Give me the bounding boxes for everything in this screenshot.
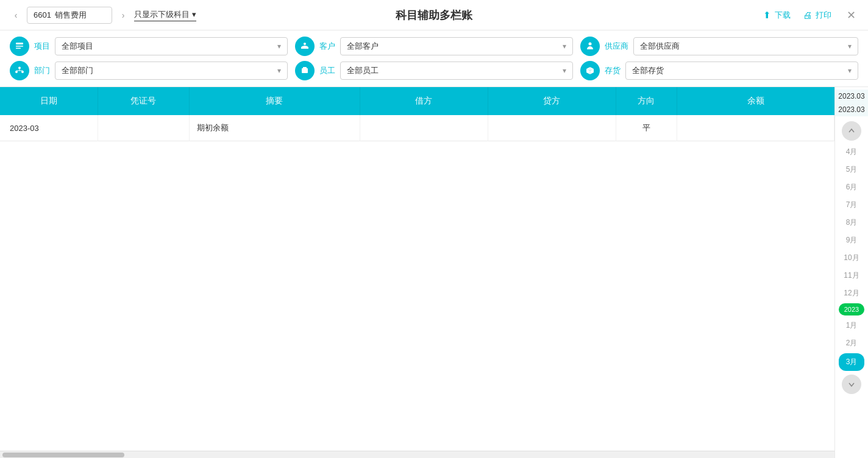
sidebar-year-month-3[interactable]: 3月 xyxy=(839,353,864,371)
project-select[interactable]: 全部项目 ▾ xyxy=(55,37,288,55)
print-icon: 🖨 xyxy=(803,10,812,20)
sidebar-month-7[interactable]: 7月 xyxy=(835,196,868,214)
supplier-select[interactable]: 全部供应商 ▾ xyxy=(633,37,858,55)
main-window: ‹ 6601 销售费用 › 只显示下级科目 ▾ 科目辅助多栏账 ⬆ 下载 🖨 打… xyxy=(0,0,868,458)
svg-rect-0 xyxy=(16,43,23,44)
inventory-filter-item: 存货 全部存货 ▾ xyxy=(580,61,858,80)
col-header-debit: 借方 xyxy=(360,87,488,115)
inventory-arrow: ▾ xyxy=(848,66,852,75)
supplier-icon xyxy=(580,37,600,56)
cell-voucher xyxy=(98,115,189,141)
department-icon xyxy=(10,61,29,80)
table-row: 2023-03 期初余额 平 xyxy=(0,115,834,141)
filter-bar: 项目 全部项目 ▾ 客户 全部客户 ▾ xyxy=(0,30,868,87)
print-label: 打印 xyxy=(816,10,831,21)
show-sub-button[interactable]: 只显示下级科目 ▾ xyxy=(134,9,196,21)
download-label: 下载 xyxy=(775,10,791,21)
col-header-credit: 贷方 xyxy=(488,87,616,115)
svg-point-3 xyxy=(589,43,592,46)
title-left: ‹ 6601 销售费用 › 只显示下级科目 ▾ xyxy=(10,7,196,24)
employee-select[interactable]: 全部员工 ▾ xyxy=(340,62,573,80)
cell-debit xyxy=(360,115,488,141)
table-area: 日期 凭证号 摘要 借方 贷方 方向 余额 2023-03 期初余额 xyxy=(0,87,834,458)
sidebar-month-10[interactable]: 10月 xyxy=(835,249,868,267)
customer-value: 全部客户 xyxy=(347,41,379,52)
customer-select[interactable]: 全部客户 ▾ xyxy=(340,37,573,55)
employee-icon xyxy=(295,61,315,80)
department-filter-item: 部门 全部部门 ▾ xyxy=(10,61,288,80)
project-label: 项目 xyxy=(34,41,50,52)
year-badge: 2023 xyxy=(839,303,864,315)
project-value: 全部项目 xyxy=(62,41,93,52)
data-table: 日期 凭证号 摘要 借方 贷方 方向 余额 2023-03 期初余额 xyxy=(0,87,834,141)
project-arrow: ▾ xyxy=(277,42,281,51)
sidebar-year-month-1[interactable]: 1月 xyxy=(835,317,868,334)
col-header-voucher: 凭证号 xyxy=(98,87,189,115)
department-value: 全部部门 xyxy=(62,65,93,76)
supplier-value: 全部供应商 xyxy=(640,41,680,52)
title-right: ⬆ 下载 🖨 打印 ✕ xyxy=(763,8,858,23)
close-button[interactable]: ✕ xyxy=(844,8,858,23)
sidebar-month-9[interactable]: 9月 xyxy=(835,231,868,249)
account-name-text: 销售费用 xyxy=(55,10,87,21)
sidebar-month-12[interactable]: 12月 xyxy=(835,284,868,302)
cell-balance xyxy=(677,115,834,141)
download-icon: ⬆ xyxy=(763,10,771,21)
prev-nav-button[interactable]: ‹ xyxy=(10,9,22,21)
col-header-summary: 摘要 xyxy=(189,87,360,115)
sidebar-up-button[interactable] xyxy=(842,121,861,141)
inventory-icon xyxy=(580,61,600,80)
department-arrow: ▾ xyxy=(277,66,281,75)
employee-arrow: ▾ xyxy=(563,66,566,75)
inventory-select[interactable]: 全部存货 ▾ xyxy=(625,62,858,80)
col-header-date: 日期 xyxy=(0,87,98,115)
svg-rect-12 xyxy=(302,68,308,73)
download-button[interactable]: ⬆ 下载 xyxy=(763,10,791,21)
customer-filter-item: 客户 全部客户 ▾ xyxy=(295,37,573,56)
sidebar-month-11[interactable]: 11月 xyxy=(835,267,868,284)
inventory-label: 存货 xyxy=(605,65,621,76)
show-sub-label: 只显示下级科目 xyxy=(134,9,190,20)
empty-area xyxy=(0,141,834,451)
supplier-filter-item: 供应商 全部供应商 ▾ xyxy=(580,37,858,56)
department-select[interactable]: 全部部门 ▾ xyxy=(55,62,288,80)
next-nav-button[interactable]: › xyxy=(117,9,129,21)
main-content: 日期 凭证号 摘要 借方 贷方 方向 余额 2023-03 期初余额 xyxy=(0,87,868,458)
table-header: 日期 凭证号 摘要 借方 贷方 方向 余额 xyxy=(0,87,834,115)
sidebar-month-8[interactable]: 8月 xyxy=(835,214,868,231)
scrollbar-thumb[interactable] xyxy=(2,453,124,457)
cell-credit xyxy=(488,115,616,141)
cell-date: 2023-03 xyxy=(0,115,98,141)
col-header-balance: 余额 xyxy=(677,87,834,115)
cell-direction: 平 xyxy=(616,115,677,141)
project-icon xyxy=(10,37,29,56)
svg-rect-1 xyxy=(16,46,23,47)
customer-arrow: ▾ xyxy=(563,42,566,51)
sidebar-year-month-2[interactable]: 2月 xyxy=(835,334,868,352)
inventory-value: 全部存货 xyxy=(632,65,664,76)
sidebar-month-4[interactable]: 4月 xyxy=(835,143,868,161)
sidebar-month-6[interactable]: 6月 xyxy=(835,178,868,196)
sidebar-month-5[interactable]: 5月 xyxy=(835,161,868,178)
print-button[interactable]: 🖨 打印 xyxy=(803,10,831,21)
sidebar-down-button[interactable] xyxy=(842,375,861,394)
account-code-display: 6601 销售费用 xyxy=(27,7,112,24)
horizontal-scrollbar[interactable] xyxy=(0,451,834,458)
employee-value: 全部员工 xyxy=(347,65,379,76)
cell-summary: 期初余额 xyxy=(189,115,360,141)
right-sidebar: 2023.03 2023.03 4月 5月 6月 7月 8月 9月 10月 11… xyxy=(834,87,868,458)
show-sub-arrow: ▾ xyxy=(192,10,196,19)
col-header-direction: 方向 xyxy=(616,87,677,115)
project-filter-item: 项目 全部项目 ▾ xyxy=(10,37,288,56)
filter-row-2: 部门 全部部门 ▾ 员工 全部员工 ▾ xyxy=(10,61,858,80)
selected-range-top: 2023.03 xyxy=(835,90,868,103)
selected-range-bottom: 2023.03 xyxy=(835,103,868,116)
department-label: 部门 xyxy=(34,65,50,76)
supplier-arrow: ▾ xyxy=(848,42,852,51)
filter-row-1: 项目 全部项目 ▾ 客户 全部客户 ▾ xyxy=(10,37,858,56)
svg-point-4 xyxy=(18,67,21,69)
svg-rect-2 xyxy=(16,48,21,49)
account-code-text: 6601 xyxy=(34,10,51,19)
employee-label: 员工 xyxy=(319,65,335,76)
supplier-label: 供应商 xyxy=(605,41,628,52)
